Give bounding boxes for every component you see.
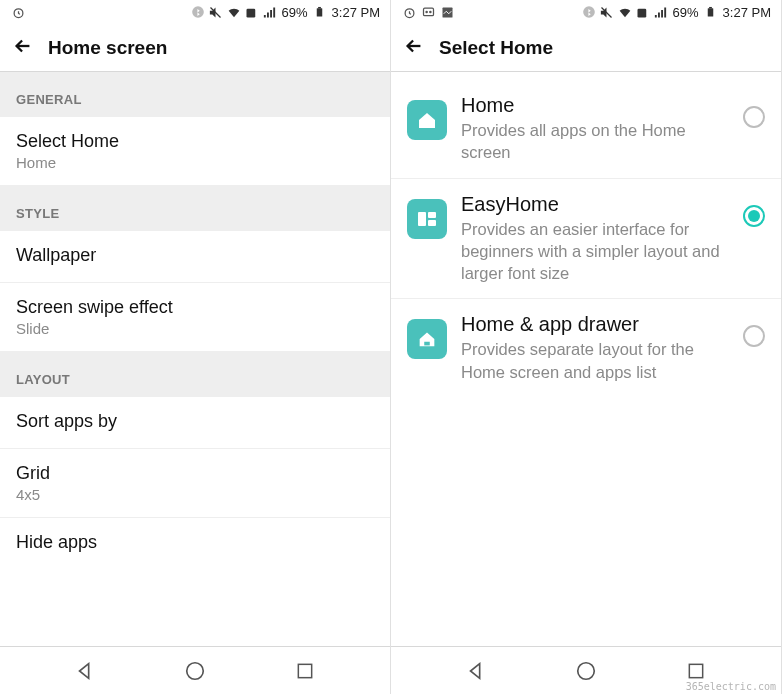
- item-grid[interactable]: Grid 4x5: [0, 449, 390, 518]
- app-drawer-icon: [407, 319, 447, 359]
- svg-rect-7: [298, 664, 311, 677]
- svg-rect-23: [689, 664, 702, 677]
- option-title: EasyHome: [461, 193, 729, 216]
- item-sub: Slide: [16, 320, 374, 337]
- data-icon: [635, 4, 651, 20]
- watermark: 365electric.com: [686, 681, 776, 692]
- status-left-icons: [10, 4, 26, 20]
- svg-point-11: [429, 11, 430, 12]
- data-icon: [244, 4, 260, 20]
- item-sub: Home: [16, 154, 374, 171]
- svg-rect-18: [418, 212, 426, 226]
- section-layout: LAYOUT: [0, 352, 390, 397]
- status-bar: 69% 3:27 PM: [0, 0, 390, 24]
- mute-icon: [599, 4, 615, 20]
- svg-rect-4: [317, 8, 323, 16]
- svg-rect-17: [709, 7, 712, 8]
- header: Home screen: [0, 24, 390, 72]
- item-hide-apps[interactable]: Hide apps: [0, 518, 390, 569]
- alarm-icon: [10, 4, 26, 20]
- radio-easyhome[interactable]: [743, 205, 765, 227]
- option-home[interactable]: Home Provides all apps on the Home scree…: [391, 80, 781, 179]
- option-home-app-drawer[interactable]: Home & app drawer Provides separate layo…: [391, 299, 781, 397]
- item-title: Grid: [16, 463, 374, 484]
- svg-rect-19: [428, 212, 436, 218]
- phone-left: 69% 3:27 PM Home screen GENERAL Select H…: [0, 0, 391, 694]
- item-title: Screen swipe effect: [16, 297, 374, 318]
- battery-icon: [703, 4, 719, 20]
- screenshot-icon: [439, 4, 455, 20]
- radio-app-drawer[interactable]: [743, 325, 765, 347]
- clock: 3:27 PM: [723, 5, 771, 20]
- option-easyhome[interactable]: EasyHome Provides an easier interface fo…: [391, 179, 781, 300]
- svg-rect-9: [423, 8, 433, 16]
- option-title: Home: [461, 94, 729, 117]
- option-desc: Provides all apps on the Home screen: [461, 119, 729, 164]
- battery-icon: [312, 4, 328, 20]
- nav-recent[interactable]: [293, 659, 317, 683]
- page-title: Select Home: [439, 37, 553, 59]
- home-icon: [407, 100, 447, 140]
- svg-rect-5: [318, 7, 321, 8]
- option-desc: Provides an easier interface for beginne…: [461, 218, 729, 285]
- item-title: Sort apps by: [16, 411, 374, 432]
- settings-list[interactable]: GENERAL Select Home Home STYLE Wallpaper…: [0, 72, 390, 646]
- nav-back[interactable]: [73, 659, 97, 683]
- svg-rect-16: [708, 8, 714, 16]
- item-wallpaper[interactable]: Wallpaper: [0, 231, 390, 283]
- item-sub: 4x5: [16, 486, 374, 503]
- svg-point-6: [187, 662, 204, 679]
- nav-back[interactable]: [464, 659, 488, 683]
- back-button[interactable]: [403, 35, 425, 61]
- svg-point-10: [426, 11, 427, 12]
- alarm-icon: [401, 4, 417, 20]
- bluetooth-icon: [190, 4, 206, 20]
- section-general: GENERAL: [0, 72, 390, 117]
- signal-icon: [653, 4, 669, 20]
- notification-icon: [420, 4, 436, 20]
- svg-rect-21: [424, 342, 430, 346]
- svg-point-22: [578, 662, 595, 679]
- item-screen-swipe-effect[interactable]: Screen swipe effect Slide: [0, 283, 390, 352]
- option-title: Home & app drawer: [461, 313, 729, 336]
- page-title: Home screen: [48, 37, 167, 59]
- item-title: Wallpaper: [16, 245, 374, 266]
- nav-home[interactable]: [574, 659, 598, 683]
- nav-bar: [0, 646, 390, 694]
- header: Select Home: [391, 24, 781, 72]
- section-style: STYLE: [0, 186, 390, 231]
- mute-icon: [208, 4, 224, 20]
- item-title: Select Home: [16, 131, 374, 152]
- back-button[interactable]: [12, 35, 34, 61]
- nav-recent[interactable]: [684, 659, 708, 683]
- status-bar: 69% 3:27 PM: [391, 0, 781, 24]
- wifi-icon: [617, 4, 633, 20]
- easyhome-icon: [407, 199, 447, 239]
- item-title: Hide apps: [16, 532, 374, 553]
- radio-home[interactable]: [743, 106, 765, 128]
- item-sort-apps-by[interactable]: Sort apps by: [0, 397, 390, 449]
- bluetooth-icon: [581, 4, 597, 20]
- item-select-home[interactable]: Select Home Home: [0, 117, 390, 186]
- battery-percent: 69%: [282, 5, 308, 20]
- option-desc: Provides separate layout for the Home sc…: [461, 338, 729, 383]
- svg-rect-3: [247, 8, 256, 17]
- wifi-icon: [226, 4, 242, 20]
- status-left-icons: [401, 4, 455, 20]
- battery-percent: 69%: [673, 5, 699, 20]
- nav-home[interactable]: [183, 659, 207, 683]
- svg-rect-20: [428, 220, 436, 226]
- clock: 3:27 PM: [332, 5, 380, 20]
- svg-rect-15: [638, 8, 647, 17]
- signal-icon: [262, 4, 278, 20]
- phone-right: 69% 3:27 PM Select Home Home Provides al…: [391, 0, 782, 694]
- home-options: Home Provides all apps on the Home scree…: [391, 72, 781, 646]
